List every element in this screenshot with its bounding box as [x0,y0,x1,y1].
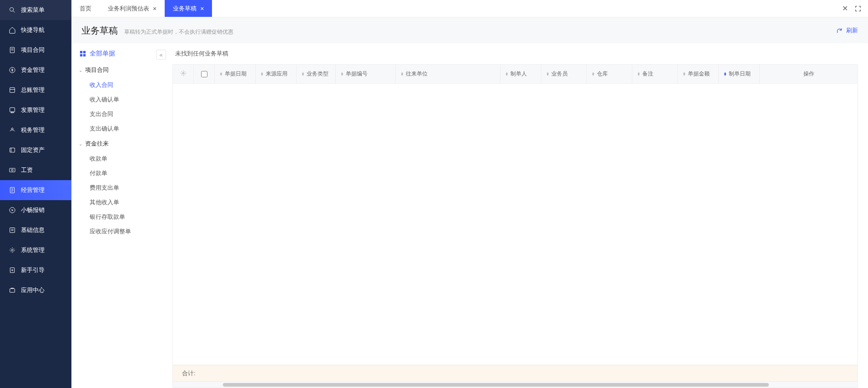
tab-label: 首页 [80,5,91,13]
sort-icon: ▲▼ [260,72,264,76]
col-biz-type[interactable]: ▲▼业务类型 [297,65,336,83]
close-icon[interactable]: × [200,5,204,12]
money-icon [8,66,16,74]
fullscreen-button[interactable] [854,5,862,12]
column-settings-button[interactable] [173,65,194,83]
guide-icon [8,266,16,274]
close-all-button[interactable]: ✕ [842,4,848,13]
sidebar-item-system[interactable]: 系统管理 [0,240,71,260]
sidebar-item-baseinfo[interactable]: 基础信息 [0,220,71,240]
sec-item-ar-ap-adjust[interactable]: 应收应付调整单 [71,224,169,239]
sec-item-payment[interactable]: 付款单 [71,166,169,181]
sidebar-label: 税务管理 [21,126,45,134]
page-header: 业务草稿 草稿转为正式单据时，不会执行满赠促销优惠 刷新 [71,17,868,43]
col-doc-date[interactable]: ▲▼单据日期 [215,65,256,83]
svg-rect-26 [10,289,15,292]
col-creator[interactable]: ▲▼制单人 [500,65,541,83]
sec-item-income-confirm[interactable]: 收入确认单 [71,92,169,107]
svg-rect-29 [80,54,82,56]
sidebar-item-ledger[interactable]: 总账管理 [0,80,71,100]
select-all-checkbox[interactable] [194,65,215,83]
sidebar-item-tax[interactable]: 税务管理 [0,120,71,140]
page-title: 业务草稿 [81,25,118,37]
col-salesperson[interactable]: ▲▼业务员 [541,65,587,83]
svg-rect-27 [80,51,82,53]
sidebar-label: 总账管理 [21,86,45,94]
sort-icon: ▲▼ [301,72,305,76]
sidebar-item-salary[interactable]: 工资 [0,160,71,180]
sort-icon: ▲▼ [682,72,686,76]
checkbox-input[interactable] [201,71,207,77]
col-doc-no[interactable]: ▲▼单据编号 [336,65,396,83]
svg-point-0 [10,8,14,11]
sec-item-outcome-contract[interactable]: 支出合同 [71,107,169,121]
scrollbar-thumb[interactable] [223,383,769,387]
close-icon[interactable]: × [153,5,156,12]
chevron-left-icon: « [159,51,162,58]
sort-icon: ▲▼ [723,72,727,76]
svg-rect-9 [11,112,13,113]
sidebar-label: 新手引导 [21,266,45,274]
sec-item-outcome-confirm[interactable]: 支出确认单 [71,121,169,136]
col-warehouse[interactable]: ▲▼仓库 [587,65,632,83]
sidebar-label: 项目合同 [21,46,45,54]
sidebar-item-asset[interactable]: 固定资产 [0,140,71,160]
page-subtitle: 草稿转为正式单据时，不会执行满赠促销优惠 [124,28,233,36]
sec-item-income-contract[interactable]: 收入合同 [71,78,169,92]
svg-rect-6 [10,88,15,93]
ledger-icon [8,86,16,94]
sec-group-label: 资金往来 [85,140,109,148]
sidebar-item-business[interactable]: 经营管理 [0,180,71,200]
svg-point-25 [12,270,13,271]
sidebar-item-invoice[interactable]: 发票管理 [0,100,71,120]
refresh-button[interactable]: 刷新 [836,26,858,35]
sec-item-other-income[interactable]: 其他收入单 [71,195,169,210]
svg-point-23 [11,249,13,251]
search-icon [8,6,16,14]
sec-item-expense[interactable]: 费用支出单 [71,181,169,195]
sidebar-label: 固定资产 [21,146,45,154]
svg-rect-8 [10,108,15,112]
sec-group-fund[interactable]: ⌄ 资金往来 [71,136,169,151]
tab-home[interactable]: 首页 [71,0,100,17]
horizontal-scrollbar[interactable] [173,381,858,388]
sec-item-receipt[interactable]: 收款单 [71,151,169,166]
col-amount[interactable]: ▲▼单据金额 [678,65,719,83]
home-icon [8,26,16,34]
table-body [173,84,858,365]
sidebar-item-fund[interactable]: 资金管理 [0,60,71,80]
sidebar-item-search[interactable]: 搜索菜单 [0,0,71,20]
tab-business-draft[interactable]: 业务草稿 × [165,0,212,17]
salary-icon [8,166,16,174]
expense-icon [8,206,16,214]
sidebar-item-appcenter[interactable]: 应用中心 [0,280,71,300]
content-area: 未找到任何业务草稿 ▲▼单据日期 ▲▼来源应用 ▲▼业务类型 ▲▼单据编号 [169,43,868,388]
sidebar-item-quicknav[interactable]: 快捷导航 [0,20,71,40]
sidebar-item-contract[interactable]: 项目合同 [0,40,71,60]
sec-group-label: 项目合同 [85,66,109,74]
sec-all-docs[interactable]: 全部单据 [71,50,169,62]
sec-item-bank-transfer[interactable]: 银行存取款单 [71,210,169,224]
collapse-sidebar-button[interactable]: « [156,50,166,60]
col-actions: 操作 [760,65,858,83]
invoice-icon [8,106,16,114]
sort-icon: ▲▼ [505,72,509,76]
tabs-bar: 首页 业务利润预估表 × 业务草稿 × ✕ [71,0,868,17]
gear-icon [180,70,187,78]
col-create-date[interactable]: ▲▼制单日期 [719,65,760,83]
svg-rect-28 [83,51,86,53]
sidebar-item-guide[interactable]: 新手引导 [0,260,71,280]
sidebar-label: 经营管理 [21,186,45,194]
svg-rect-24 [10,268,14,273]
tab-profit-estimate[interactable]: 业务利润预估表 × [100,0,165,17]
svg-rect-11 [10,148,15,152]
svg-line-1 [13,11,15,12]
chevron-down-icon: ⌄ [79,68,82,73]
sidebar-item-expense[interactable]: 小畅报销 [0,200,71,220]
sec-group-contract[interactable]: ⌄ 项目合同 [71,62,169,78]
data-table: ▲▼单据日期 ▲▼来源应用 ▲▼业务类型 ▲▼单据编号 ▲▼往来单位 ▲▼制单人… [172,64,858,388]
col-contact-unit[interactable]: ▲▼往来单位 [396,65,500,83]
svg-rect-13 [10,168,15,172]
col-source-app[interactable]: ▲▼来源应用 [256,65,297,83]
col-remark[interactable]: ▲▼备注 [632,65,678,83]
